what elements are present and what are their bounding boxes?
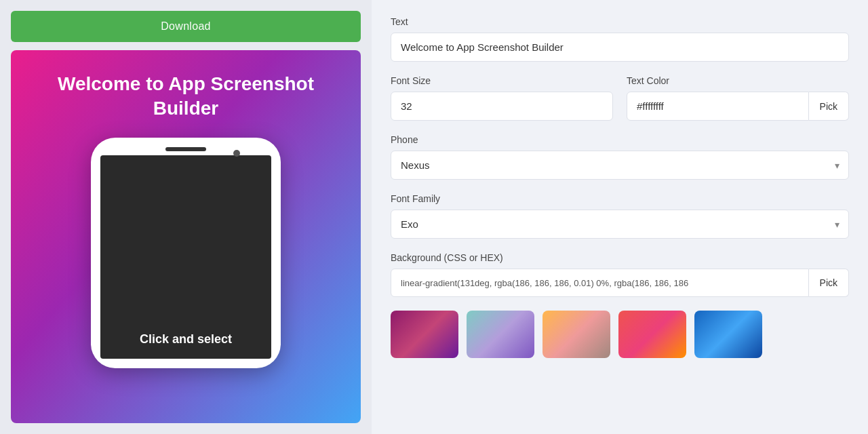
font-family-select-wrap: Exo Roboto Open Sans Lato Montserrat ▾ xyxy=(391,210,849,239)
phone-camera xyxy=(233,150,240,157)
download-button[interactable]: Download xyxy=(11,11,361,42)
phone-select[interactable]: Nexus iPhone Pixel xyxy=(391,151,849,180)
phone-field-group: Phone Nexus iPhone Pixel ▾ xyxy=(391,134,849,180)
preview-canvas: Welcome to App Screenshot Builder Click … xyxy=(11,50,361,423)
phone-label: Phone xyxy=(391,134,849,145)
color-preset-orange-pink[interactable] xyxy=(542,311,610,358)
font-size-label: Font Size xyxy=(391,75,613,86)
color-preset-blue[interactable] xyxy=(694,311,762,358)
text-field-group: Text xyxy=(391,16,849,62)
font-size-input[interactable] xyxy=(391,92,613,121)
text-color-wrap: Pick xyxy=(627,92,849,121)
phone-screen-text: Click and select xyxy=(140,332,232,347)
color-preset-teal-purple[interactable] xyxy=(467,311,534,358)
background-pick-button[interactable]: Pick xyxy=(809,269,849,297)
preview-title: Welcome to App Screenshot Builder xyxy=(27,72,344,121)
color-preset-red-orange[interactable] xyxy=(618,311,686,358)
background-input-wrap: Pick xyxy=(391,269,849,297)
text-input[interactable] xyxy=(391,33,849,62)
text-color-pick-button[interactable]: Pick xyxy=(809,92,849,121)
font-family-select[interactable]: Exo Roboto Open Sans Lato Montserrat xyxy=(391,210,849,239)
phone-select-wrap: Nexus iPhone Pixel ▾ xyxy=(391,151,849,180)
phone-screen: Click and select xyxy=(100,155,271,359)
phone-speaker xyxy=(165,147,206,151)
font-color-row: Font Size Text Color Pick xyxy=(391,75,849,121)
text-color-group: Text Color Pick xyxy=(627,75,849,121)
color-preset-purple-pink[interactable] xyxy=(391,311,458,358)
phone-mockup: Click and select xyxy=(91,138,281,368)
text-label: Text xyxy=(391,16,849,27)
left-panel: Download Welcome to App Screenshot Build… xyxy=(0,0,372,434)
color-presets xyxy=(391,311,849,358)
background-group: Background (CSS or HEX) Pick xyxy=(391,252,849,297)
font-size-group: Font Size xyxy=(391,75,613,121)
background-input[interactable] xyxy=(391,269,809,297)
text-color-label: Text Color xyxy=(627,75,849,86)
text-color-input[interactable] xyxy=(627,92,809,121)
right-panel: Text Font Size Text Color Pick Phone Nex… xyxy=(372,0,868,434)
font-family-label: Font Family xyxy=(391,193,849,204)
font-family-group: Font Family Exo Roboto Open Sans Lato Mo… xyxy=(391,193,849,239)
background-label: Background (CSS or HEX) xyxy=(391,252,849,263)
